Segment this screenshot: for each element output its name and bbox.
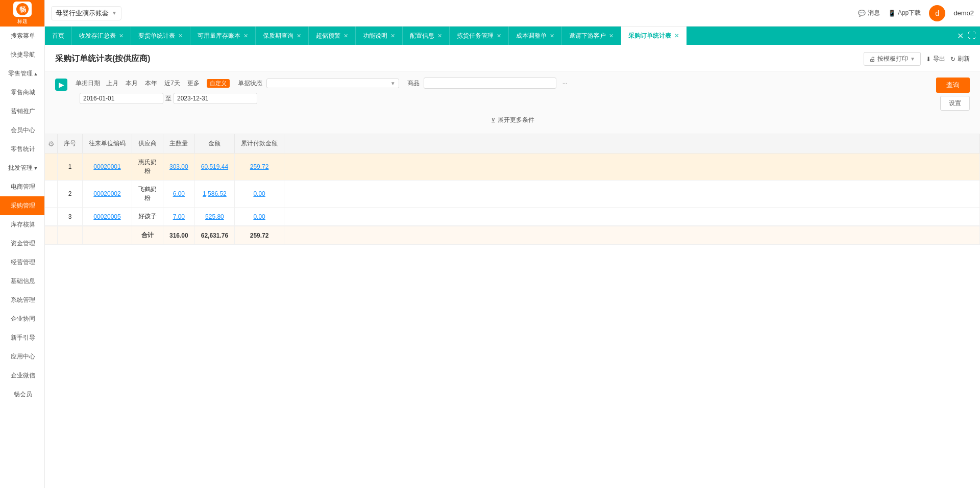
footer-paid-amount: 259.72: [235, 226, 284, 245]
download-icon: 📱: [888, 10, 896, 17]
col-header-amount: 金额: [194, 134, 234, 153]
sidebar-item-retail[interactable]: 零售管理▲: [0, 64, 44, 83]
col-header-settings[interactable]: ⚙: [45, 134, 58, 153]
sidebar-item-enterprise-wechat[interactable]: 企业微信: [0, 366, 44, 385]
message-icon: 💬: [858, 10, 866, 17]
page-title: 采购订单统计表(按供应商): [55, 54, 151, 64]
filter-date-item: 单据日期 上月 本月 本年 近7天 更多 自定义: [76, 78, 230, 89]
tab-cost-adjust[interactable]: 成本调整单✕: [509, 27, 562, 45]
col-header-qty: 主数量: [163, 134, 195, 153]
date-from-input[interactable]: [80, 93, 163, 104]
sidebar-item-newbie[interactable]: 新手引导: [0, 328, 44, 347]
tab-purchase-stats[interactable]: 采购订单统计表✕: [621, 27, 687, 45]
table-row[interactable]: 2 00020002 飞鹤奶粉 6.00 1,586.52 0.00: [45, 181, 980, 208]
close-icon-overstock-warning[interactable]: ✕: [344, 33, 348, 39]
tab-requisition-stats[interactable]: 要货单统计表✕: [131, 27, 190, 45]
settings-button[interactable]: 设置: [940, 96, 970, 111]
user-avatar[interactable]: d: [929, 5, 945, 21]
tab-receive-summary[interactable]: 收发存汇总表✕: [72, 27, 131, 45]
sidebar-item-basic-info[interactable]: 基础信息: [0, 272, 44, 291]
sidebar-item-app-center[interactable]: 应用中心: [0, 347, 44, 366]
tab-function-desc[interactable]: 功能说明✕: [356, 27, 403, 45]
refresh-button[interactable]: ↻ 刷新: [950, 55, 970, 63]
footer-amount: 62,631.76: [194, 226, 234, 245]
sidebar-item-member[interactable]: 会员中心: [0, 121, 44, 140]
message-btn[interactable]: 💬 消息: [858, 9, 880, 17]
sidebar-item-marketing[interactable]: 营销推广: [0, 102, 44, 121]
close-icon-function-desc[interactable]: ✕: [390, 33, 395, 39]
main-area: 母婴行业演示账套 ▼ 💬 消息 📱 App下载 d demo2 首页 收发存汇总…: [45, 0, 980, 488]
close-icon-available-stock[interactable]: ✕: [243, 33, 248, 39]
sidebar-item-search[interactable]: 搜索菜单: [0, 27, 44, 45]
date-shortcut-this-month[interactable]: 本月: [124, 78, 140, 89]
col-header-paid-amount: 累计付款金额: [235, 134, 284, 153]
date-shortcut-last-month[interactable]: 上月: [104, 78, 120, 89]
filter-left: 单据日期 上月 本月 本年 近7天 更多 自定义: [76, 78, 928, 104]
date-shortcut-this-year[interactable]: 本年: [143, 78, 159, 89]
close-icon-cost-adjust[interactable]: ✕: [550, 33, 554, 39]
tab-picking-task[interactable]: 拣货任务管理✕: [450, 27, 509, 45]
filter-goods-item: 商品 ···: [407, 78, 568, 89]
sidebar-item-member2[interactable]: 畅会员: [0, 385, 44, 404]
export-icon: ⬇: [926, 56, 931, 63]
sidebar-item-inventory[interactable]: 库存核算: [0, 215, 44, 234]
sidebar-menu: 搜索菜单 快捷导航 零售管理▲ 零售商城 营销推广 会员中心 零售统计 批发管理…: [0, 27, 44, 488]
tab-warranty-query[interactable]: 保质期查询✕: [256, 27, 309, 45]
close-icon-receive-summary[interactable]: ✕: [119, 33, 124, 39]
expand-arrow-icon: ⊻: [491, 117, 496, 124]
print-button[interactable]: 🖨 按模板打印 ▼: [864, 52, 921, 66]
page-header: 采购订单统计表(按供应商) 🖨 按模板打印 ▼ ⬇ 导出 ↻ 刷新: [45, 45, 980, 71]
footer-qty: 316.00: [163, 226, 195, 245]
workspace-label: 母婴行业演示账套: [56, 9, 109, 18]
sidebar-item-enterprise[interactable]: 企业协同: [0, 310, 44, 328]
status-select[interactable]: ▼: [266, 79, 399, 88]
sidebar-item-ecommerce[interactable]: 电商管理: [0, 177, 44, 196]
tab-invite-downstream[interactable]: 邀请下游客户✕: [562, 27, 621, 45]
query-button[interactable]: 查询: [936, 78, 970, 93]
sidebar-item-purchase[interactable]: 采购管理: [0, 196, 44, 215]
sidebar-item-batch-mgmt[interactable]: 批发管理▼: [0, 159, 44, 177]
close-icon-picking-task[interactable]: ✕: [497, 33, 501, 39]
logo-icon: 畅: [13, 2, 32, 17]
tab-overstock-warning[interactable]: 超储预警✕: [309, 27, 356, 45]
maximize-tab-action-icon[interactable]: ⛶: [968, 31, 976, 40]
close-icon-invite-downstream[interactable]: ✕: [609, 33, 614, 39]
refresh-icon: ↻: [950, 56, 955, 63]
close-icon-config-info[interactable]: ✕: [437, 33, 442, 39]
table-row[interactable]: 1 00020001 惠氏奶粉 303.00 60,519.44 259.72: [45, 153, 980, 181]
goods-input[interactable]: [424, 78, 556, 89]
app-download-btn[interactable]: 📱 App下载: [888, 9, 921, 17]
filter-right-btns: 查询 设置: [936, 78, 970, 111]
sidebar-item-retail-stats[interactable]: 零售统计: [0, 140, 44, 159]
tab-available-stock[interactable]: 可用量库存账本✕: [190, 27, 256, 45]
export-button[interactable]: ⬇ 导出: [926, 55, 945, 63]
table-row[interactable]: 3 00020005 好孩子 7.00 525.80 0.00: [45, 208, 980, 226]
sidebar-item-capital[interactable]: 资金管理: [0, 234, 44, 253]
close-tab-action-icon[interactable]: ✕: [957, 31, 964, 41]
close-icon-purchase-stats[interactable]: ✕: [674, 33, 679, 39]
filter-toggle-btn[interactable]: ▶: [55, 79, 67, 91]
sidebar-item-system[interactable]: 系统管理: [0, 291, 44, 310]
date-range-separator: 至: [165, 94, 172, 103]
sidebar-item-retail-shop[interactable]: 零售商城: [0, 83, 44, 102]
col-header-extra: [284, 134, 980, 153]
expand-conditions-btn[interactable]: ⊻ 展开更多条件: [491, 113, 534, 127]
workspace-selector[interactable]: 母婴行业演示账套 ▼: [51, 6, 121, 20]
tab-home[interactable]: 首页: [45, 27, 72, 45]
filter-date-label: 单据日期: [76, 79, 100, 88]
sidebar-item-operation[interactable]: 经营管理: [0, 253, 44, 272]
date-to-input[interactable]: [174, 93, 257, 104]
tab-config-info[interactable]: 配置信息✕: [403, 27, 450, 45]
data-table: ⚙ 序号 往来单位编码 供应商 主数量 金额 累计付款金额 1: [45, 134, 980, 245]
filter-area: ▶ 单据日期 上月 本月 本年 近7天 更多: [45, 71, 980, 134]
goods-more-icon[interactable]: ···: [562, 80, 568, 87]
date-shortcut-7days[interactable]: 近7天: [162, 78, 182, 89]
user-name[interactable]: demo2: [953, 9, 974, 17]
date-shortcut-more[interactable]: 更多: [185, 78, 202, 89]
logo-text: 标题: [17, 18, 28, 25]
sidebar-item-quick-nav[interactable]: 快捷导航: [0, 45, 44, 64]
settings-gear-icon[interactable]: ⚙: [48, 140, 55, 148]
sidebar: 畅 标题 搜索菜单 快捷导航 零售管理▲ 零售商城 营销推广 会员中心 零售统计…: [0, 0, 45, 488]
close-icon-requisition-stats[interactable]: ✕: [178, 33, 183, 39]
close-icon-warranty-query[interactable]: ✕: [297, 33, 301, 39]
